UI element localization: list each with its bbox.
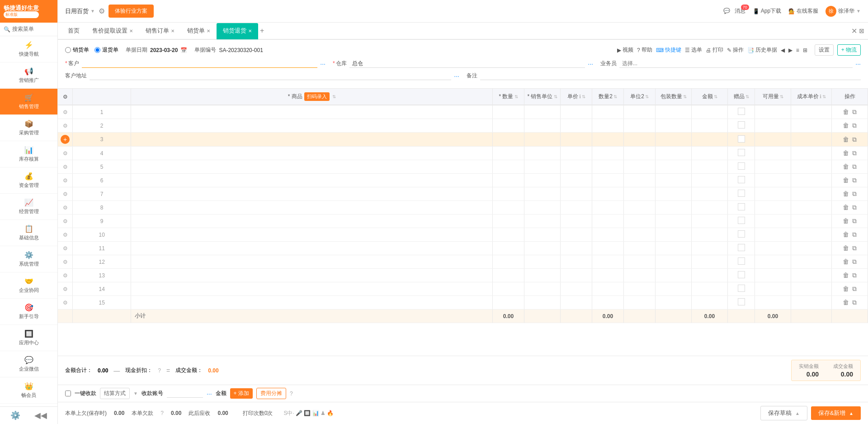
product-input[interactable] bbox=[134, 205, 490, 211]
add-payment-btn[interactable]: + 添加 bbox=[230, 388, 253, 399]
row-product[interactable] bbox=[131, 147, 493, 160]
tab-add-icon[interactable]: + bbox=[260, 27, 264, 35]
copy-row-btn[interactable]: ⧉ bbox=[852, 204, 857, 211]
sidebar-item-member[interactable]: 👑 畅会员 bbox=[0, 377, 57, 404]
row-unit2[interactable] bbox=[624, 282, 656, 296]
row-gear-icon[interactable]: ⚙ bbox=[63, 164, 68, 170]
row-qty[interactable] bbox=[493, 187, 524, 201]
row-gift[interactable] bbox=[728, 228, 755, 242]
row-pkg[interactable] bbox=[656, 187, 692, 201]
row-cost[interactable] bbox=[791, 269, 832, 282]
row-product[interactable] bbox=[131, 119, 493, 133]
nav-select[interactable]: 日用百货 ▼ bbox=[65, 7, 95, 15]
row-avail[interactable] bbox=[755, 187, 791, 201]
row-unit[interactable] bbox=[524, 214, 561, 228]
row-gear-icon[interactable]: ⚙ bbox=[63, 218, 68, 224]
row-pkg[interactable] bbox=[656, 119, 692, 133]
row-qty2[interactable] bbox=[592, 228, 624, 242]
row-amount[interactable] bbox=[692, 147, 728, 160]
row-gear-icon[interactable]: ⚙ bbox=[63, 109, 68, 115]
row-avail[interactable] bbox=[755, 282, 791, 296]
row-gift[interactable] bbox=[728, 160, 755, 174]
add-row-btn[interactable]: + bbox=[61, 135, 70, 144]
pkg-sort-icon[interactable]: ⇅ bbox=[683, 94, 687, 99]
list-view-btn[interactable]: ≡ bbox=[796, 47, 799, 53]
qty-sort-icon[interactable]: ⇅ bbox=[514, 94, 518, 99]
row-cost[interactable] bbox=[791, 296, 832, 310]
row-unit[interactable] bbox=[524, 255, 561, 269]
row-unit2[interactable] bbox=[624, 174, 656, 187]
shortcut-btn[interactable]: ⌨ 快捷键 bbox=[656, 46, 681, 54]
sidebar-item-inventory[interactable]: 📊 库存核算 bbox=[0, 141, 57, 167]
row-pkg[interactable] bbox=[656, 160, 692, 174]
calendar-icon[interactable]: 📅 bbox=[180, 47, 187, 53]
online-service[interactable]: 💁 在线客服 bbox=[788, 7, 818, 15]
row-unit[interactable] bbox=[524, 242, 561, 255]
copy-row-btn[interactable]: ⧉ bbox=[852, 136, 857, 143]
row-amount[interactable] bbox=[692, 214, 728, 228]
history-btn[interactable]: 📑 历史单据 bbox=[747, 46, 777, 54]
row-qty2[interactable] bbox=[592, 255, 624, 269]
remark-input[interactable] bbox=[480, 71, 861, 80]
row-price[interactable] bbox=[561, 147, 592, 160]
row-amount[interactable] bbox=[692, 174, 728, 187]
radio-return[interactable]: 退货单 bbox=[94, 46, 118, 54]
unit2-sort-icon[interactable]: ⇅ bbox=[645, 94, 649, 99]
settle-dropdown-icon[interactable]: ▼ bbox=[133, 391, 138, 396]
row-qty[interactable] bbox=[493, 174, 524, 187]
row-unit[interactable] bbox=[524, 269, 561, 282]
maximize-icon[interactable]: ⊠ bbox=[859, 27, 864, 34]
row-price[interactable] bbox=[561, 105, 592, 119]
copy-row-btn[interactable]: ⧉ bbox=[852, 217, 857, 224]
row-gear[interactable]: ⚙ bbox=[58, 282, 73, 296]
copy-row-btn[interactable]: ⧉ bbox=[852, 122, 857, 129]
product-input[interactable] bbox=[134, 259, 490, 265]
row-avail[interactable] bbox=[755, 269, 791, 282]
row-amount[interactable] bbox=[692, 105, 728, 119]
row-gift[interactable] bbox=[728, 296, 755, 310]
row-gear[interactable]: ⚙ bbox=[58, 147, 73, 160]
row-gear[interactable]: ⚙ bbox=[58, 255, 73, 269]
sidebar-item-sales[interactable]: 🛒 销售管理 bbox=[0, 89, 57, 115]
row-product[interactable] bbox=[131, 228, 493, 242]
gift-checkbox[interactable] bbox=[738, 149, 745, 156]
tab-sales-delivery[interactable]: 销货单 ✕ bbox=[181, 23, 217, 39]
cost-sort-icon[interactable]: ⇅ bbox=[822, 94, 826, 99]
row-gear[interactable]: ⚙ bbox=[58, 201, 73, 214]
settings-bottom-icon[interactable]: ⚙️ bbox=[10, 410, 20, 420]
settings-btn[interactable]: 设置 bbox=[815, 44, 834, 56]
delete-row-btn[interactable]: 🗑 bbox=[843, 204, 849, 211]
row-price[interactable] bbox=[561, 201, 592, 214]
delete-row-btn[interactable]: 🗑 bbox=[843, 231, 849, 238]
delete-row-btn[interactable]: 🗑 bbox=[843, 285, 849, 292]
row-unit2[interactable] bbox=[624, 255, 656, 269]
gift-checkbox[interactable] bbox=[738, 121, 745, 129]
row-amount[interactable] bbox=[692, 255, 728, 269]
row-unit[interactable] bbox=[524, 174, 561, 187]
row-gear-icon[interactable]: ⚙ bbox=[63, 232, 68, 238]
gift-checkbox[interactable] bbox=[738, 108, 745, 115]
row-cost[interactable] bbox=[791, 105, 832, 119]
video-btn[interactable]: ▶ 视频 bbox=[617, 46, 633, 54]
radio-return-input[interactable] bbox=[94, 47, 100, 53]
row-gear-icon[interactable]: ⚙ bbox=[63, 272, 68, 279]
copy-row-btn[interactable]: ⧉ bbox=[852, 231, 857, 238]
user-info[interactable]: 徐 徐泽华 ▼ bbox=[826, 6, 861, 17]
copy-row-btn[interactable]: ⧉ bbox=[852, 108, 857, 115]
row-pkg[interactable] bbox=[656, 174, 692, 187]
row-unit[interactable] bbox=[524, 282, 561, 296]
row-gift[interactable] bbox=[728, 105, 755, 119]
product-input[interactable] bbox=[134, 191, 490, 197]
product-sort-icon[interactable]: ⇅ bbox=[332, 94, 336, 99]
row-pkg[interactable] bbox=[656, 296, 692, 310]
warehouse-dots[interactable]: ··· bbox=[588, 60, 593, 67]
copy-row-btn[interactable]: ⧉ bbox=[852, 258, 857, 265]
delete-row-btn[interactable]: 🗑 bbox=[843, 122, 849, 129]
gift-checkbox[interactable] bbox=[738, 176, 745, 183]
row-pkg[interactable] bbox=[656, 269, 692, 282]
collapse-icon[interactable]: ◀◀ bbox=[34, 410, 47, 420]
row-qty[interactable] bbox=[493, 242, 524, 255]
row-amount[interactable] bbox=[692, 160, 728, 174]
copy-row-btn[interactable]: ⧉ bbox=[852, 176, 857, 184]
delete-row-btn[interactable]: 🗑 bbox=[843, 244, 849, 252]
